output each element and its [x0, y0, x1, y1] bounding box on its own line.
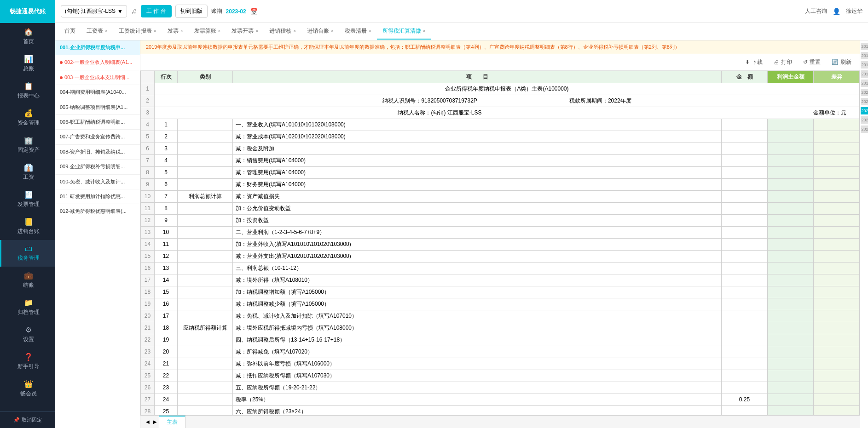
sidebar-item-报表中心[interactable]: 📋报表中心	[0, 77, 55, 104]
amount-cell[interactable]	[722, 405, 768, 415]
sidebar-item-畅会员[interactable]: 👑畅会员	[0, 375, 55, 402]
diff-cell[interactable]	[814, 143, 860, 154]
year-badge-2024[interactable]: 2024	[861, 126, 868, 133]
amount-cell[interactable]	[722, 358, 768, 370]
profit-cell[interactable]	[768, 274, 814, 286]
nav-tab-发票[interactable]: 发票×	[162, 23, 189, 40]
year-badge-2018[interactable]: 2018	[861, 70, 868, 78]
diff-cell[interactable]	[814, 358, 860, 370]
amount-cell[interactable]	[722, 154, 768, 166]
company-selector[interactable]: (勾销) 江西服宝-LSS ▼	[61, 5, 127, 17]
year-badge-2021[interactable]: 2021	[861, 98, 868, 105]
nav-tab-首页[interactable]: 首页	[59, 23, 81, 40]
diff-cell[interactable]	[814, 178, 860, 190]
tab-close-icon[interactable]: ×	[369, 29, 371, 34]
profit-cell[interactable]	[768, 405, 814, 415]
old-version-button[interactable]: 切到旧版	[175, 5, 208, 18]
diff-cell[interactable]	[814, 202, 860, 214]
nav-tab-所得税汇算清缴[interactable]: 所得税汇算清缴×	[377, 23, 431, 40]
nav-tab-工资统计报表[interactable]: 工资统计报表×	[113, 23, 162, 40]
form-list-item-002[interactable]: 002-一般企业收入明细表(A1...	[55, 55, 140, 70]
form-list-item-011[interactable]: 011-研发费用加计扣除优惠...	[55, 189, 140, 204]
tab-close-icon[interactable]: ×	[331, 29, 334, 34]
amount-cell[interactable]	[722, 346, 768, 358]
amount-cell[interactable]	[722, 334, 768, 346]
diff-cell[interactable]	[814, 394, 860, 405]
sidebar-item-固定资产[interactable]: 🏢固定资产	[0, 131, 55, 159]
diff-cell[interactable]	[814, 214, 860, 226]
diff-cell[interactable]	[814, 119, 860, 131]
nav-tab-工资表[interactable]: 工资表×	[81, 23, 113, 40]
form-list-item-004[interactable]: 004-期间费用明细表(A1040...	[55, 85, 140, 100]
profit-cell[interactable]	[768, 334, 814, 346]
sidebar-pin-toggle[interactable]: 📌 取消固定	[0, 411, 55, 428]
diff-cell[interactable]	[814, 310, 860, 322]
diff-cell[interactable]	[814, 190, 860, 202]
amount-cell[interactable]	[722, 202, 768, 214]
amount-cell[interactable]	[722, 214, 768, 226]
profit-cell[interactable]	[768, 166, 814, 178]
diff-cell[interactable]	[814, 226, 860, 238]
amount-cell[interactable]	[722, 286, 768, 298]
nav-tab-税表清册[interactable]: 税表清册×	[339, 23, 377, 40]
amount-cell[interactable]	[722, 382, 768, 394]
year-badge-2023[interactable]: 2023	[861, 116, 868, 124]
form-list-item-009[interactable]: 009-企业所得税补亏损明细...	[55, 160, 140, 174]
diff-cell[interactable]	[814, 382, 860, 394]
profit-cell[interactable]	[768, 370, 814, 382]
year-badge-2019[interactable]: 2019	[861, 43, 868, 50]
diff-cell[interactable]	[814, 322, 860, 334]
profit-cell[interactable]	[768, 131, 814, 143]
amount-cell[interactable]	[722, 262, 768, 274]
nav-right-arrow[interactable]: ▶	[151, 418, 159, 425]
sidebar-item-发票管理[interactable]: 🧾发票管理	[0, 186, 55, 213]
year-badge-2016[interactable]: 2016	[861, 52, 868, 59]
sidebar-item-税务管理[interactable]: 🗃税务管理	[0, 240, 55, 267]
tab-close-icon[interactable]: ×	[154, 29, 156, 34]
print-button[interactable]: 🖨 打印	[771, 57, 795, 68]
tab-close-icon[interactable]: ×	[423, 29, 426, 34]
profit-cell[interactable]	[768, 382, 814, 394]
profit-cell[interactable]	[768, 394, 814, 405]
sidebar-item-工资[interactable]: 👔工资	[0, 159, 55, 186]
calendar-icon[interactable]: 📅	[250, 8, 258, 15]
tab-close-icon[interactable]: ×	[105, 29, 108, 34]
reset-button[interactable]: ↺ 重置	[800, 57, 823, 68]
ai-consult[interactable]: 人工咨询	[805, 7, 827, 15]
form-list-item-005[interactable]: 005-纳税调整项目明细表(A1...	[55, 100, 140, 115]
diff-cell[interactable]	[814, 131, 860, 143]
profit-cell[interactable]	[768, 262, 814, 274]
form-list-item-006[interactable]: 006-职工薪酬纳税调整明细...	[55, 115, 140, 130]
profit-cell[interactable]	[768, 346, 814, 358]
amount-cell[interactable]	[722, 310, 768, 322]
sidebar-item-设置[interactable]: ⚙设置	[0, 321, 55, 348]
amount-cell[interactable]	[722, 298, 768, 310]
nav-tab-发票算账[interactable]: 发票算账×	[189, 23, 226, 40]
profit-cell[interactable]	[768, 286, 814, 298]
sidebar-item-进销台账[interactable]: 📒进销台账	[0, 213, 55, 240]
profit-cell[interactable]	[768, 178, 814, 190]
profit-cell[interactable]	[768, 310, 814, 322]
diff-cell[interactable]	[814, 370, 860, 382]
form-list-item-001[interactable]: 001-企业所得税年度纳税申...	[55, 40, 140, 55]
profit-cell[interactable]	[768, 143, 814, 154]
diff-cell[interactable]	[814, 238, 860, 250]
form-list-item-007[interactable]: 007-广告费和业务宣传费跨...	[55, 130, 140, 144]
sidebar-item-归档管理[interactable]: 📁归档管理	[0, 294, 55, 321]
diff-cell[interactable]	[814, 250, 860, 262]
year-badge-2017[interactable]: 2017	[861, 61, 868, 68]
bottom-tab-main[interactable]: 主表	[159, 416, 185, 428]
amount-cell[interactable]	[722, 166, 768, 178]
profit-cell[interactable]	[768, 190, 814, 202]
form-list-item-012[interactable]: 012-减免所得税优惠明细表(...	[55, 204, 140, 219]
form-list-item-003[interactable]: 003-一般企业成本支出明细...	[55, 70, 140, 85]
amount-cell[interactable]	[722, 250, 768, 262]
diff-cell[interactable]	[814, 154, 860, 166]
tab-close-icon[interactable]: ×	[255, 29, 258, 34]
form-list-item-008[interactable]: 008-资产折旧、摊销及纳税...	[55, 145, 140, 160]
workbench-button[interactable]: 工 作 台	[141, 5, 172, 17]
profit-cell[interactable]	[768, 250, 814, 262]
nav-tab-进销台账[interactable]: 进销台账×	[301, 23, 339, 40]
diff-cell[interactable]	[814, 405, 860, 415]
profit-cell[interactable]	[768, 214, 814, 226]
